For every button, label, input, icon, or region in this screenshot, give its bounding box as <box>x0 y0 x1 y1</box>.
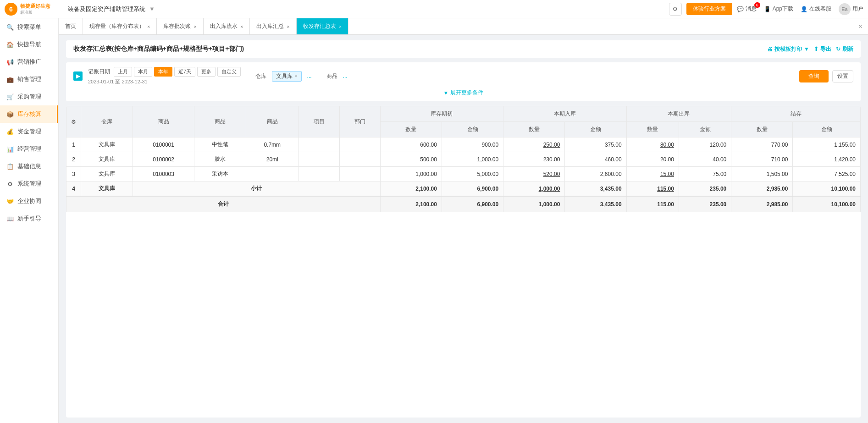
message-badge: 6 <box>754 2 760 8</box>
col-project-header: 项目 <box>299 106 339 137</box>
tab-home[interactable]: 首页 <box>59 18 83 35</box>
sidebar-item-guide[interactable]: 📖 新手引导 <box>0 210 58 227</box>
sidebar-item-finance[interactable]: 💰 资金管理 <box>0 123 58 140</box>
filter-settings-button[interactable]: 设置 <box>832 70 853 82</box>
sidebar-item-marketing[interactable]: 📢 营销推广 <box>0 53 58 71</box>
col-goods-code-header: 商品 <box>133 106 194 137</box>
date-btn-this-month[interactable]: 本月 <box>134 67 152 77</box>
cell-subtotal-out-qty[interactable]: 115.00 <box>626 181 679 197</box>
sidebar-label-quick-nav: 快捷导航 <box>17 40 41 49</box>
total-row: 合计 2,100.00 6,900.00 1,000.00 3,435.00 1… <box>66 196 861 212</box>
total-in-qty: 1,000.00 <box>503 196 565 212</box>
col-goods-name-header: 商品 <box>194 106 246 137</box>
refresh-button[interactable]: ↻ 刷新 <box>836 45 853 53</box>
tab-close-inout-summary[interactable]: × <box>287 24 289 29</box>
avatar: Ea <box>839 3 851 15</box>
print-button[interactable]: 🖨 按模板打印 ▼ <box>767 45 809 53</box>
date-btn-last-month[interactable]: 上月 <box>114 67 132 77</box>
tab-batch[interactable]: 库存批次账 × <box>157 18 203 35</box>
date-label: 记账日期 <box>88 68 110 76</box>
cell-warehouse: 文具库 <box>81 137 133 152</box>
online-service-item[interactable]: 👤 在线客服 <box>801 5 831 13</box>
system-icon: ⚙ <box>6 180 14 187</box>
cell-no: 1 <box>66 137 81 152</box>
sidebar-item-sales[interactable]: 💼 销售管理 <box>0 71 58 88</box>
tab-close-batch[interactable]: × <box>194 24 196 29</box>
goods-more[interactable]: ... <box>343 73 348 79</box>
finance-icon: 💰 <box>6 128 14 135</box>
home-icon: 🏠 <box>6 41 14 48</box>
col-group-closing: 结存 <box>731 106 861 122</box>
sidebar-item-quick-nav[interactable]: 🏠 快捷导航 <box>0 36 58 53</box>
tab-receipt-summary[interactable]: 收发存汇总表 × <box>297 18 348 35</box>
sidebar-item-enterprise[interactable]: 🤝 企业协同 <box>0 192 58 210</box>
sidebar-label-guide: 新手引导 <box>17 214 41 223</box>
cell-warehouse-subtotal: 文具库 <box>81 181 133 197</box>
cell-out-qty[interactable]: 20.00 <box>626 152 679 167</box>
cell-in-qty[interactable]: 520.00 <box>503 167 565 181</box>
cell-subtotal-out-amount: 235.00 <box>679 181 731 197</box>
filter-row-1: ▶ 记账日期 上月 本月 本年 近7天 更多 自定义 <box>73 67 853 85</box>
date-range: 2023-01-01 至 2023-12-31 <box>88 78 241 85</box>
cell-goods-name: 胶水 <box>194 152 246 167</box>
user-item[interactable]: Ea 用户 <box>839 3 863 15</box>
content-area: 首页 现存量（库存分布表） × 库存批次账 × 出入库流水 × 出入库汇总 × … <box>59 18 868 423</box>
col-out-qty: 数量 <box>626 122 679 137</box>
print-dropdown-icon: ▼ <box>804 46 809 52</box>
sidebar-item-basics[interactable]: 📋 基础信息 <box>0 158 58 175</box>
cell-subtotal-label: 小计 <box>133 181 380 197</box>
message-item[interactable]: 💬 消息 6 <box>737 5 757 13</box>
system-title: 装备及固定资产辅助管理系统 ▼ <box>68 5 664 13</box>
date-btn-this-year[interactable]: 本年 <box>154 67 172 77</box>
warehouse-tag-close[interactable]: × <box>294 73 297 79</box>
sidebar-item-purchase[interactable]: 🛒 采购管理 <box>0 88 58 105</box>
cell-opening-amount: 900.00 <box>442 137 503 152</box>
basics-icon: 📋 <box>6 163 14 170</box>
col-settings[interactable]: ⚙ <box>66 106 81 137</box>
sidebar-label-inventory: 库存核算 <box>17 110 41 118</box>
warehouse-more[interactable]: ... <box>307 73 312 79</box>
trial-button[interactable]: 体验行业方案 <box>686 3 732 15</box>
sales-icon: 💼 <box>6 76 14 83</box>
sidebar-item-inventory[interactable]: 📦 库存核算 <box>0 105 58 123</box>
cell-out-qty[interactable]: 15.00 <box>626 167 679 181</box>
sidebar-item-operations[interactable]: 📊 经营管理 <box>0 140 58 158</box>
tab-inventory-dist[interactable]: 现存量（库存分布表） × <box>83 18 157 35</box>
enterprise-icon: 🤝 <box>6 198 14 205</box>
total-closing-amount: 10,100.00 <box>793 196 861 212</box>
tab-close-receipt-summary[interactable]: × <box>339 24 342 29</box>
cell-subtotal-in-qty[interactable]: 1,000.00 <box>503 181 565 197</box>
sidebar-item-search[interactable]: 🔍 搜索菜单 <box>0 18 58 36</box>
tab-close-inout-flow[interactable]: × <box>240 24 243 29</box>
date-btn-more[interactable]: 更多 <box>197 67 216 77</box>
total-label: 合计 <box>66 196 381 212</box>
filter-bar: ▶ 记账日期 上月 本月 本年 近7天 更多 自定义 <box>66 62 861 101</box>
total-in-amount: 3,435.00 <box>565 196 626 212</box>
expand-icon: ▼ <box>443 90 449 96</box>
date-btn-custom[interactable]: 自定义 <box>217 67 241 77</box>
tab-close-inventory-dist[interactable]: × <box>147 24 150 29</box>
expand-conditions-button[interactable]: ▼ 展开更多条件 <box>443 89 484 97</box>
cell-out-qty[interactable]: 80.00 <box>626 137 679 152</box>
subtotal-row: 4 文具库 小计 2,100.00 6,900.00 1,000.00 3,43… <box>66 181 861 197</box>
query-button[interactable]: 查询 <box>799 70 829 82</box>
cell-in-qty[interactable]: 230.00 <box>503 152 565 167</box>
export-icon: ⬆ <box>814 46 818 52</box>
close-all-tabs-button[interactable]: × <box>853 22 868 31</box>
system-title-text: 装备及固定资产辅助管理系统 <box>68 5 145 13</box>
logo-text: 畅捷通好生意 标准版 <box>20 3 50 16</box>
total-closing-qty: 2,985.00 <box>731 196 793 212</box>
sidebar-item-system[interactable]: ⚙ 系统管理 <box>0 175 58 192</box>
app-download-item[interactable]: 📱 App下载 <box>764 5 793 13</box>
tab-inout-summary[interactable]: 出入库汇总 × <box>250 18 296 35</box>
settings-icon-button[interactable]: ⚙ <box>669 3 682 16</box>
filter-toggle-arrow[interactable]: ▶ <box>73 71 83 81</box>
cell-in-qty[interactable]: 250.00 <box>503 137 565 152</box>
date-btn-7days[interactable]: 近7天 <box>174 67 195 77</box>
sidebar-label-enterprise: 企业协同 <box>17 197 41 205</box>
export-button[interactable]: ⬆ 导出 <box>814 45 831 53</box>
data-table-container: ⚙ 仓库 商品 商品 商品 项目 部门 库存期初 本期入库 本期出库 结存 <box>66 106 861 418</box>
total-opening-amount: 6,900.00 <box>442 196 503 212</box>
tab-inout-flow[interactable]: 出入库流水 × <box>204 18 250 35</box>
page-title-actions: 🖨 按模板打印 ▼ ⬆ 导出 ↻ 刷新 <box>767 45 853 53</box>
